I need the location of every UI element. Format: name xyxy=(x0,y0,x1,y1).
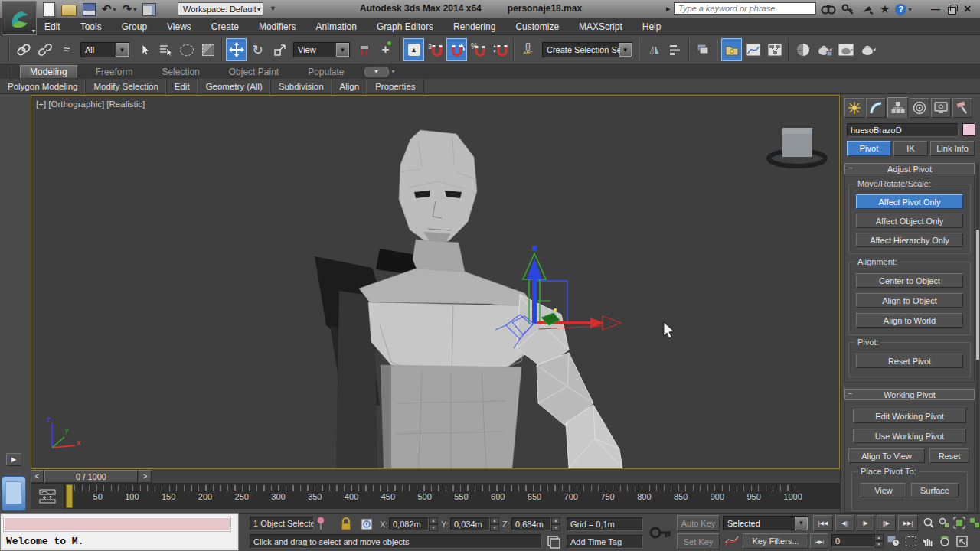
app-logo-button[interactable]: ▾ xyxy=(2,1,37,35)
rollout-working-pivot[interactable]: − Working Pivot xyxy=(844,389,975,400)
zoom-icon[interactable] xyxy=(922,515,936,530)
set-keys-icon[interactable] xyxy=(649,519,672,546)
trackbar-frame-marker[interactable] xyxy=(66,484,73,508)
tab-link-info[interactable]: Link Info xyxy=(930,141,975,156)
tab-create[interactable] xyxy=(844,98,864,118)
time-slider-prev-key[interactable]: < xyxy=(31,470,44,483)
menu-views[interactable]: Views xyxy=(165,21,193,32)
mini-curve-editor-button[interactable] xyxy=(31,484,64,509)
spin-up-icon[interactable]: ▲ xyxy=(551,517,560,524)
next-frame-button[interactable]: ||▶ xyxy=(877,515,896,531)
tab-modify[interactable] xyxy=(866,98,886,118)
maximize-viewport-icon[interactable] xyxy=(954,533,969,549)
spin-down-icon[interactable]: ▼ xyxy=(429,524,438,531)
rollout-adjust-pivot[interactable]: − Adjust Pivot xyxy=(844,163,975,174)
spin-down-icon[interactable]: ▼ xyxy=(490,524,499,531)
tab-display[interactable] xyxy=(931,98,951,118)
y-coord-field[interactable]: 0,034m xyxy=(450,517,490,530)
menu-customize[interactable]: Customize xyxy=(514,21,560,32)
current-frame-field[interactable]: 0 xyxy=(831,534,874,547)
align-icon[interactable] xyxy=(665,38,685,61)
time-tag-icon[interactable] xyxy=(547,535,560,549)
search-binoculars-icon[interactable] xyxy=(821,3,836,15)
x-spinner-arrows[interactable]: ▲▼ xyxy=(429,517,438,530)
z-spinner-arrows[interactable]: ▲▼ xyxy=(551,517,560,530)
save-file-icon[interactable] xyxy=(83,3,96,16)
named-selection-set-dropdown[interactable]: Create Selection Se▼ xyxy=(542,42,632,57)
menu-rendering[interactable]: Rendering xyxy=(452,21,497,32)
redo-caret-icon[interactable]: ▾ xyxy=(133,6,136,13)
layer-manager-icon[interactable] xyxy=(693,38,714,61)
render-production-icon[interactable] xyxy=(857,38,877,61)
select-object-icon[interactable] xyxy=(133,38,154,61)
working-pivot-reset-button[interactable]: Reset xyxy=(929,448,969,463)
place-pivot-view-button[interactable]: View xyxy=(861,483,906,497)
viewport[interactable]: [+] [Orthographic] [Realistic] z x y xyxy=(31,95,840,469)
time-slider-next-key[interactable]: > xyxy=(139,470,152,483)
ribbon-flyout-icon[interactable]: ▾ xyxy=(392,68,395,75)
ribbon-panel-geometry-all[interactable]: Geometry (All) xyxy=(198,79,271,94)
key-filters-button[interactable]: Key Filters... xyxy=(743,533,808,549)
selection-region-icon[interactable] xyxy=(176,38,197,61)
auto-key-button[interactable]: Auto Key xyxy=(677,515,720,531)
zoom-all-icon[interactable] xyxy=(937,515,951,530)
center-to-object-button[interactable]: Center to Object xyxy=(856,273,963,288)
qat-flyout-icon[interactable]: ▼ xyxy=(270,5,276,12)
affect-object-only-button[interactable]: Affect Object Only xyxy=(856,214,963,228)
curve-editor-icon[interactable] xyxy=(743,38,763,61)
tab-hierarchy[interactable] xyxy=(887,97,908,118)
menu-tools[interactable]: Tools xyxy=(79,21,103,32)
ribbon-panel-polygon-modeling[interactable]: Polygon Modeling xyxy=(0,79,86,94)
ribbon-panel-properties[interactable]: Properties xyxy=(368,79,423,94)
spin-up-icon[interactable]: ▲ xyxy=(429,517,438,524)
ribbon-panel-align[interactable]: Align xyxy=(332,79,368,94)
menu-animation[interactable]: Animation xyxy=(315,21,358,32)
scene-explorer-icon[interactable] xyxy=(721,38,742,61)
open-file-icon[interactable] xyxy=(61,5,77,16)
select-rotate-icon[interactable]: ↻ xyxy=(247,38,268,61)
align-to-object-button[interactable]: Align to Object xyxy=(856,293,963,308)
named-selection-sets-icon[interactable]: {}ABC xyxy=(518,38,538,61)
select-by-name-icon[interactable] xyxy=(155,38,175,61)
spin-up-icon[interactable]: ▲ xyxy=(874,534,884,541)
infocenter-arrow-icon[interactable]: ▸ xyxy=(666,4,671,14)
ribbon-tab-freeform[interactable]: Freeform xyxy=(87,66,142,78)
menu-graph-editors[interactable]: Graph Editors xyxy=(375,21,435,32)
frame-spinner-arrows[interactable]: ▲▼ xyxy=(874,534,884,547)
previous-frame-button[interactable]: ◀|| xyxy=(835,515,854,531)
align-to-view-button[interactable]: Align To View xyxy=(848,448,925,463)
pan-icon[interactable] xyxy=(920,533,936,549)
tab-motion[interactable] xyxy=(910,98,929,118)
affect-hierarchy-only-button[interactable]: Affect Hierarchy Only xyxy=(856,233,963,247)
ribbon-panel-modify-selection[interactable]: Modify Selection xyxy=(86,79,166,94)
ribbon-panel-subdivision[interactable]: Subdivision xyxy=(271,79,332,94)
favorites-star-icon[interactable]: ★ xyxy=(880,2,890,16)
reference-coordinate-dropdown[interactable]: View▼ xyxy=(293,42,350,57)
tab-pivot[interactable]: Pivot xyxy=(847,141,891,156)
redo-button[interactable]: ↷▾ xyxy=(122,2,137,16)
zoom-extents-icon[interactable] xyxy=(952,515,966,530)
set-project-folder-icon[interactable] xyxy=(142,3,156,16)
spin-down-icon[interactable]: ▼ xyxy=(551,524,560,531)
affect-pivot-only-button[interactable]: Affect Pivot Only xyxy=(856,194,963,209)
subscription-key-icon[interactable] xyxy=(841,3,855,15)
select-link-icon[interactable] xyxy=(13,38,34,61)
ribbon-panel-edit[interactable]: Edit xyxy=(167,79,198,94)
schematic-view-icon[interactable] xyxy=(764,38,785,61)
close-button[interactable]: × xyxy=(964,2,971,16)
x-coord-field[interactable]: 0,082m xyxy=(389,517,429,530)
bind-spacewarp-icon[interactable]: ≈ xyxy=(56,38,77,61)
time-slider-handle[interactable]: 0 / 1000 xyxy=(44,470,138,483)
default-tangent-icon[interactable] xyxy=(724,535,740,549)
keyboard-override-icon[interactable]: ▲ xyxy=(403,38,424,61)
place-pivot-surface-button[interactable]: Surface xyxy=(911,483,959,497)
play-button[interactable]: ▶ xyxy=(857,515,874,531)
time-configuration-icon[interactable] xyxy=(885,533,902,549)
mirror-icon[interactable] xyxy=(643,38,664,61)
ribbon-tab-populate[interactable]: Populate xyxy=(299,66,353,78)
add-time-tag-field[interactable]: Add Time Tag xyxy=(567,535,643,549)
y-coord-spinner[interactable]: 0,034m ▲▼ xyxy=(450,517,499,530)
time-slider-track[interactable]: < 0 / 1000 > xyxy=(31,469,840,484)
set-key-button[interactable]: Set Key xyxy=(677,533,720,549)
selection-lock-icon[interactable] xyxy=(340,517,352,531)
